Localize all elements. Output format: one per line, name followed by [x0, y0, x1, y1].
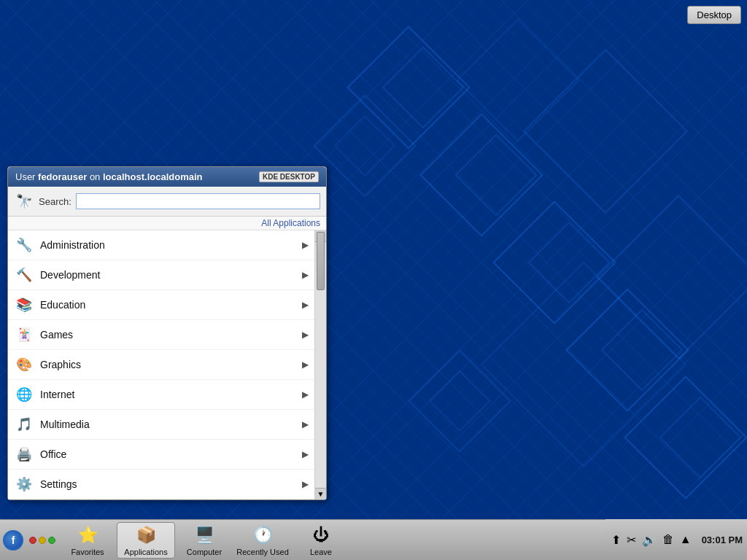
traffic-light-dots	[29, 537, 55, 544]
graphics-arrow: ▶	[302, 359, 309, 370]
taskbar-favorites-icon: ⭐	[76, 524, 99, 546]
search-input[interactable]	[76, 193, 320, 209]
tray-volume-icon[interactable]: 🔊	[640, 532, 658, 548]
taskbar-applications-label: Applications	[124, 548, 167, 556]
taskbar-computer-button[interactable]: 🖥️Computer	[175, 522, 233, 559]
multimedia-label: Multimedia	[40, 419, 302, 430]
tray-arrow-icon[interactable]: ▲	[678, 532, 693, 548]
search-label: Search:	[39, 196, 71, 207]
menu-header-text: User fedorauser on localhost.localdomain	[15, 171, 202, 182]
dot-yellow	[39, 537, 46, 544]
taskbar-leave-button[interactable]: ⏻Leave	[292, 522, 350, 559]
administration-arrow: ▶	[302, 240, 309, 250]
games-arrow: ▶	[302, 330, 309, 340]
menu-item-education[interactable]: 📚Education▶	[8, 290, 314, 320]
office-arrow: ▶	[302, 449, 309, 459]
system-tray: ⬆ ✂ 🔊 🗑 ▲ 03:01 PM	[605, 519, 747, 560]
tray-upload-icon[interactable]: ⬆	[610, 532, 622, 548]
education-icon: 📚	[14, 295, 34, 315]
taskbar-leave-icon: ⏻	[309, 524, 333, 546]
internet-arrow: ▶	[302, 389, 309, 400]
taskbar-recently-used-button[interactable]: 🕐Recently Used	[233, 522, 292, 559]
menu-item-office[interactable]: 🖨️Office▶	[8, 440, 314, 470]
taskbar-applications-icon: 📦	[134, 524, 158, 546]
administration-icon: 🔧	[14, 235, 34, 255]
settings-arrow: ▶	[302, 479, 309, 489]
header-middle: on	[87, 171, 103, 182]
scrollbar-down-button[interactable]: ▼	[315, 488, 326, 499]
menu-item-list: 🔧Administration▶🔨Development▶📚Education▶…	[8, 230, 326, 499]
menu-item-administration[interactable]: 🔧Administration▶	[8, 230, 314, 260]
office-label: Office	[40, 448, 302, 460]
tray-scissors-icon[interactable]: ✂	[625, 532, 638, 548]
administration-label: Administration	[40, 239, 302, 251]
menu-item-development[interactable]: 🔨Development▶	[8, 260, 314, 290]
taskbar-computer-icon: 🖥️	[193, 524, 216, 546]
taskbar-favorites-label: Favorites	[71, 548, 104, 556]
taskbar-computer-label: Computer	[187, 548, 222, 556]
system-clock: 03:01 PM	[696, 534, 743, 545]
scrollbar-thumb[interactable]	[317, 232, 325, 290]
menu-item-settings[interactable]: ⚙️Settings▶	[8, 470, 314, 499]
kde-application-menu: User fedorauser on localhost.localdomain…	[7, 166, 327, 500]
menu-item-graphics[interactable]: 🎨Graphics▶	[8, 350, 314, 380]
settings-icon: ⚙️	[14, 474, 34, 494]
header-hostname: localhost.localdomain	[103, 171, 203, 182]
internet-icon: 🌐	[14, 384, 34, 405]
scrollbar-track	[315, 230, 326, 499]
graphics-label: Graphics	[40, 359, 302, 370]
multimedia-icon: 🎵	[14, 414, 34, 435]
taskbar-leave-label: Leave	[310, 548, 332, 556]
search-binoculars-icon: 🔭	[14, 191, 34, 211]
header-username: fedorauser	[38, 171, 87, 182]
taskbar-recently-used-icon: 🕐	[251, 524, 274, 546]
games-icon: 🃏	[14, 324, 34, 345]
menu-scrollbar[interactable]: ▲ ▼	[314, 230, 326, 499]
header-prefix: User	[15, 171, 38, 182]
development-arrow: ▶	[302, 270, 309, 280]
kde-logo-badge: KDE DESKTOP	[259, 171, 319, 182]
games-label: Games	[40, 329, 302, 341]
education-label: Education	[40, 299, 302, 311]
menu-item-games[interactable]: 🃏Games▶	[8, 320, 314, 350]
taskbar-applications-button[interactable]: 📦Applications	[117, 522, 175, 559]
menu-item-multimedia[interactable]: 🎵Multimedia▶	[8, 410, 314, 440]
menu-items-container: 🔧Administration▶🔨Development▶📚Education▶…	[8, 230, 314, 499]
menu-search-row: 🔭 Search:	[8, 187, 326, 217]
menu-item-internet[interactable]: 🌐Internet▶	[8, 380, 314, 410]
desktop-button[interactable]: Desktop	[687, 6, 741, 24]
development-label: Development	[40, 269, 302, 281]
taskbar-buttons: ⭐Favorites📦Applications🖥️Computer🕐Recent…	[58, 522, 350, 559]
taskbar-favorites-button[interactable]: ⭐Favorites	[58, 522, 117, 559]
graphics-icon: 🎨	[14, 354, 34, 375]
office-icon: 🖨️	[14, 444, 34, 464]
tray-trash-icon[interactable]: 🗑	[661, 532, 676, 548]
fedora-menu-button[interactable]: f	[3, 530, 23, 551]
dot-green	[48, 537, 55, 544]
taskbar: f ⭐Favorites📦Applications🖥️Computer🕐Rece…	[0, 519, 747, 560]
desktop: Desktop User fedorauser on localhost.loc…	[0, 0, 747, 560]
settings-label: Settings	[40, 478, 302, 490]
dot-red	[29, 537, 36, 544]
menu-header: User fedorauser on localhost.localdomain…	[8, 167, 326, 187]
development-icon: 🔨	[14, 265, 34, 285]
internet-label: Internet	[40, 389, 302, 400]
taskbar-recently-used-label: Recently Used	[236, 548, 289, 556]
education-arrow: ▶	[302, 300, 309, 310]
all-applications-link[interactable]: All Applications	[8, 217, 326, 230]
multimedia-arrow: ▶	[302, 419, 309, 429]
